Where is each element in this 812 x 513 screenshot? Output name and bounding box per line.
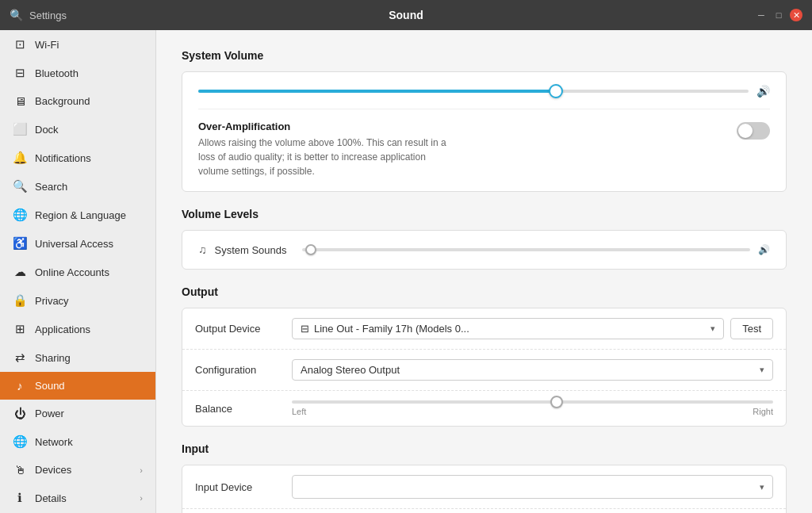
privacy-icon: 🔒: [13, 293, 27, 308]
sidebar: ⊡ Wi-Fi ⊟ Bluetooth 🖥 Background ⬜ Dock …: [0, 30, 156, 513]
balance-slider[interactable]: [292, 400, 773, 404]
output-device-icon: ⊟: [301, 323, 309, 335]
system-sounds-thumb: [305, 244, 316, 255]
over-amp-header: Over-Amplification Allows raising the vo…: [198, 121, 770, 178]
sidebar-item-label: Online Accounts: [35, 266, 109, 278]
sidebar-item-search[interactable]: 🔍 Search: [0, 172, 155, 201]
system-sounds-slider[interactable]: [302, 248, 751, 251]
details-icon: ℹ: [13, 491, 27, 505]
sidebar-item-power[interactable]: ⏻ Power: [0, 400, 155, 427]
region-icon: 🌐: [13, 208, 27, 222]
search-nav-icon: 🔍: [13, 179, 27, 193]
balance-right-label: Right: [753, 407, 773, 416]
system-volume-title: System Volume: [182, 49, 787, 62]
input-device-label: Input Device: [195, 481, 282, 493]
bluetooth-icon: ⊟: [13, 66, 27, 80]
sidebar-item-background[interactable]: 🖥 Background: [0, 87, 155, 115]
sidebar-item-dock[interactable]: ⬜ Dock: [0, 115, 155, 144]
applications-icon: ⊞: [13, 322, 27, 336]
sidebar-item-label: Applications: [35, 323, 90, 335]
search-icon[interactable]: 🔍: [10, 9, 23, 21]
output-config-select[interactable]: Analog Stereo Output ▾: [292, 359, 773, 381]
over-amp-title: Over-Amplification: [198, 121, 452, 132]
sidebar-item-label: Privacy: [35, 295, 69, 307]
output-card: Output Device ⊟ Line Out - Family 17h (M…: [182, 308, 787, 427]
output-device-select[interactable]: ⊟ Line Out - Family 17h (Models 0... ▾: [292, 318, 724, 339]
output-title: Output: [182, 285, 787, 298]
sidebar-item-label: Power: [35, 408, 64, 419]
sidebar-item-label: Search: [35, 181, 67, 193]
maximize-button[interactable]: □: [772, 9, 785, 21]
window-title: Sound: [389, 9, 423, 21]
sharing-icon: ⇄: [13, 350, 27, 365]
sidebar-item-bluetooth[interactable]: ⊟ Bluetooth: [0, 59, 155, 87]
sidebar-item-label: Sharing: [35, 352, 71, 364]
input-config-row: Configuration ▾: [182, 509, 786, 513]
online-icon: ☁: [13, 265, 27, 279]
wifi-icon: ⊡: [13, 37, 27, 52]
input-title: Input: [182, 442, 787, 455]
dock-icon: ⬜: [13, 122, 27, 136]
sidebar-item-devices[interactable]: 🖱 Devices ›: [0, 456, 155, 484]
balance-thumb: [550, 396, 563, 408]
sidebar-item-privacy[interactable]: 🔒 Privacy: [0, 286, 155, 315]
sidebar-item-label: Devices: [35, 464, 71, 476]
volume-slider[interactable]: [198, 90, 749, 93]
over-amp-toggle[interactable]: [737, 122, 770, 140]
main-container: ⊡ Wi-Fi ⊟ Bluetooth 🖥 Background ⬜ Dock …: [0, 30, 812, 513]
output-device-label: Output Device: [195, 323, 282, 335]
balance-labels: Left Right: [292, 407, 773, 416]
sidebar-item-sound[interactable]: ♪ Sound: [0, 372, 155, 400]
sidebar-item-sharing[interactable]: ⇄ Sharing: [0, 343, 155, 372]
content-area: System Volume 🔊 Over-Amplification Allow…: [156, 30, 812, 513]
over-amp-text: Over-Amplification Allows raising the vo…: [198, 121, 452, 178]
power-icon: ⏻: [13, 407, 27, 420]
output-config-value: Analog Stereo Output: [301, 364, 400, 376]
output-device-select-wrapper: ⊟ Line Out - Family 17h (Models 0... ▾ T…: [292, 318, 773, 339]
titlebar: 🔍 Settings Sound ─ □ ✕: [0, 0, 812, 30]
background-icon: 🖥: [13, 94, 27, 108]
sidebar-item-universal[interactable]: ♿ Universal Access: [0, 229, 155, 258]
select-chevron-icon: ▾: [710, 323, 715, 334]
sidebar-item-details[interactable]: ℹ Details ›: [0, 484, 155, 512]
test-button[interactable]: Test: [730, 318, 773, 339]
output-device-row: Output Device ⊟ Line Out - Family 17h (M…: [182, 308, 786, 350]
system-sounds-label: System Sounds: [215, 244, 294, 256]
notifications-icon: 🔔: [13, 151, 27, 165]
system-volume-card: 🔊 Over-Amplification Allows raising the …: [182, 71, 787, 192]
balance-left-label: Left: [292, 407, 306, 416]
sidebar-item-wifi[interactable]: ⊡ Wi-Fi: [0, 30, 155, 59]
config-chevron-icon: ▾: [760, 365, 764, 375]
sidebar-item-applications[interactable]: ⊞ Applications: [0, 315, 155, 343]
balance-row: Balance Left Right: [182, 391, 786, 426]
output-device-control: ⊟ Line Out - Family 17h (Models 0... ▾ T…: [292, 318, 773, 339]
input-device-row: Input Device ▾: [182, 465, 786, 509]
universal-icon: ♿: [13, 236, 27, 251]
sidebar-item-label: Dock: [35, 124, 59, 136]
sidebar-item-network[interactable]: 🌐 Network: [0, 427, 155, 456]
minimize-button[interactable]: ─: [755, 9, 768, 21]
balance-control: Left Right: [292, 400, 773, 416]
app-title: Settings: [29, 10, 67, 21]
over-amp-section: Over-Amplification Allows raising the vo…: [198, 109, 770, 178]
sidebar-item-label: Universal Access: [35, 238, 113, 250]
toggle-knob: [738, 124, 753, 138]
sidebar-item-notifications[interactable]: 🔔 Notifications: [0, 144, 155, 172]
output-config-control: Analog Stereo Output ▾: [292, 359, 773, 381]
sidebar-item-region[interactable]: 🌐 Region & Language: [0, 201, 155, 229]
sidebar-item-label: Network: [35, 436, 73, 448]
balance-slider-wrapper: Left Right: [292, 400, 773, 416]
input-device-select[interactable]: ▾: [292, 475, 773, 499]
over-amp-desc: Allows raising the volume above 100%. Th…: [198, 136, 452, 178]
sidebar-item-label: Region & Language: [35, 209, 126, 221]
volume-row: 🔊: [198, 85, 770, 98]
sidebar-item-online[interactable]: ☁ Online Accounts: [0, 258, 155, 286]
sidebar-item-label: Background: [35, 95, 90, 107]
sidebar-item-label: Sound: [35, 380, 65, 392]
close-button[interactable]: ✕: [790, 9, 802, 21]
sidebar-item-label: Wi-Fi: [35, 39, 59, 51]
system-sounds-volume-icon: 🔊: [758, 244, 770, 255]
output-config-label: Configuration: [195, 364, 282, 376]
network-icon: 🌐: [13, 435, 27, 449]
chevron-right-icon: ›: [140, 493, 143, 503]
